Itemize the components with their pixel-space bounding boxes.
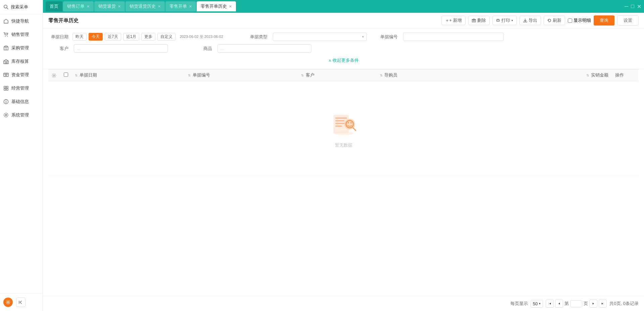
- close-tab-icon[interactable]: ✕: [189, 4, 192, 9]
- svg-rect-28: [497, 20, 499, 21]
- th-date-label: 单据日期: [80, 72, 97, 77]
- display-detail-checkbox[interactable]: [568, 18, 572, 23]
- close-tab-icon[interactable]: ✕: [229, 4, 232, 9]
- close-window-icon[interactable]: ✕: [637, 3, 641, 10]
- tab-sales-return[interactable]: 销货退货 ✕: [94, 1, 125, 11]
- tab-retail-open-label: 零售开单: [169, 3, 187, 9]
- filter-area: 单据日期 昨天 今天 近7天 近1月 更多 自定义 2023-06-02 至 2…: [43, 29, 644, 69]
- filter-row-2: 客户 ... 商品 ...: [48, 44, 639, 53]
- print-button[interactable]: 打印 ▾: [492, 16, 517, 25]
- sidebar-item-quick-nav[interactable]: 快捷导航: [0, 14, 43, 28]
- date-btn-today[interactable]: 今天: [89, 33, 103, 41]
- sidebar-item-sys-mgmt[interactable]: 系统管理: [0, 108, 43, 122]
- refresh-button[interactable]: 刷新: [544, 16, 565, 25]
- select-all-checkbox[interactable]: [64, 72, 68, 77]
- svg-rect-8: [6, 62, 7, 64]
- svg-rect-12: [4, 86, 6, 88]
- sidebar-item-label: 快捷导航: [11, 18, 29, 24]
- sidebar-item-sales-mgmt[interactable]: 销售管理: [0, 28, 43, 41]
- settings-button[interactable]: 设置: [617, 15, 639, 25]
- th-number[interactable]: ⇅ 单据编号: [185, 69, 298, 81]
- new-button-label: + 新增: [449, 17, 462, 23]
- sidebar-item-operations[interactable]: 经营管理: [0, 82, 43, 95]
- query-button[interactable]: 查询: [594, 15, 614, 25]
- doc-type-placeholder: [276, 34, 277, 39]
- tab-retail-open[interactable]: 零售开单 ✕: [165, 1, 196, 11]
- svg-rect-7: [5, 62, 6, 64]
- svg-rect-15: [6, 89, 8, 90]
- toolbar: 零售开单历史 ＋ + 新增 删除: [43, 13, 644, 29]
- first-page-button[interactable]: [546, 300, 554, 308]
- product-placeholder: ...: [220, 46, 224, 51]
- maximize-icon[interactable]: □: [631, 3, 634, 9]
- customer-select[interactable]: ...: [74, 44, 168, 53]
- sort-icon: ⇅: [75, 73, 78, 77]
- tab-sales-order[interactable]: 销售订单 ✕: [63, 1, 94, 11]
- last-page-button[interactable]: [599, 300, 607, 308]
- collapse-sidebar-button[interactable]: [16, 298, 26, 307]
- th-amount[interactable]: ⇅ 实销金额: [499, 69, 612, 81]
- first-page-icon: [548, 302, 551, 305]
- doc-number-input[interactable]: [403, 33, 504, 41]
- sidebar-item-inventory[interactable]: 库存核算: [0, 55, 43, 68]
- page-info-prefix: 第: [564, 301, 569, 307]
- date-btn-7days[interactable]: 近7天: [105, 33, 121, 41]
- th-guide[interactable]: ⇅ 导购员: [377, 69, 473, 81]
- sidebar-item-label: 基础信息: [11, 99, 29, 105]
- close-tab-icon[interactable]: ✕: [158, 4, 161, 9]
- display-detail-toggle[interactable]: 显示明细: [568, 17, 591, 23]
- date-btn-yesterday[interactable]: 昨天: [72, 33, 87, 41]
- th-customer[interactable]: ⇅ 客户: [298, 69, 377, 81]
- sidebar-search[interactable]: 搜索采单: [0, 0, 43, 14]
- finance-icon: [3, 72, 9, 77]
- close-tab-icon[interactable]: ✕: [87, 4, 90, 9]
- sidebar-item-basic-info[interactable]: 基础信息: [0, 95, 43, 108]
- sidebar-item-label: 资金管理: [11, 72, 29, 78]
- settings-icon: [52, 73, 56, 78]
- th-date[interactable]: ⇅ 单据日期: [71, 69, 185, 81]
- display-detail-label: 显示明细: [574, 17, 591, 23]
- collapse-more-conditions[interactable]: ∧ 收起更多条件: [48, 56, 639, 65]
- th-customer-label: 客户: [306, 72, 314, 77]
- sort-icon: ⇅: [301, 73, 304, 77]
- sidebar-search-label: 搜索采单: [11, 4, 28, 10]
- info-icon: [3, 99, 9, 104]
- date-btn-1month[interactable]: 近1月: [123, 33, 140, 41]
- date-options-group: 昨天 今天 近7天 近1月 更多 自定义: [72, 33, 176, 41]
- export-button[interactable]: 导出: [519, 16, 541, 25]
- print-button-label: 打印: [501, 17, 510, 23]
- new-button[interactable]: ＋ + 新增: [441, 16, 465, 25]
- th-checkbox[interactable]: [60, 69, 71, 81]
- doc-type-select[interactable]: ▾: [273, 33, 367, 41]
- close-tab-icon[interactable]: ✕: [118, 4, 121, 9]
- page-number-input[interactable]: 1: [570, 300, 582, 307]
- product-select[interactable]: ...: [217, 44, 311, 53]
- refresh-icon: [547, 18, 551, 22]
- minimize-icon[interactable]: ─: [625, 3, 628, 9]
- chevron-up-icon: ∧: [329, 58, 331, 63]
- empty-state: 暂无数据: [48, 81, 639, 175]
- cart-icon: [3, 32, 9, 37]
- date-btn-more[interactable]: 更多: [141, 33, 155, 41]
- delete-button[interactable]: 删除: [468, 16, 490, 25]
- tab-home[interactable]: 首页: [46, 1, 62, 11]
- gear-button[interactable]: [3, 298, 13, 307]
- per-page-select[interactable]: 50 ▾: [531, 300, 543, 308]
- next-page-button[interactable]: [589, 300, 597, 308]
- prev-page-button[interactable]: [555, 300, 563, 308]
- tab-retail-open-history[interactable]: 零售开单历史 ✕: [197, 1, 236, 11]
- svg-point-19: [5, 114, 7, 116]
- svg-line-1: [7, 8, 8, 9]
- last-page-icon: [601, 302, 604, 305]
- data-table: ⇅ 单据日期 ⇅ 单据编号 ⇅ 客户 ⇅ 导购员: [48, 69, 639, 175]
- tabs-bar: 首页 销售订单 ✕ 销货退货 ✕ 销货退货历史 ✕ 零售开单 ✕ 零售开单历史 …: [43, 0, 644, 13]
- date-btn-custom[interactable]: 自定义: [157, 33, 176, 41]
- svg-rect-35: [335, 125, 342, 127]
- th-number-label: 单据编号: [193, 72, 210, 77]
- th-settings[interactable]: [48, 69, 60, 81]
- tab-sales-return-history[interactable]: 销货退货历史 ✕: [126, 1, 165, 11]
- collapse-more-label: 收起更多条件: [333, 57, 359, 63]
- sidebar-item-purchase-mgmt[interactable]: 采购管理: [0, 41, 43, 55]
- pagination-bar: 每页显示 50 ▾ 第 1 页: [43, 296, 644, 311]
- sidebar-item-finance[interactable]: 资金管理: [0, 68, 43, 82]
